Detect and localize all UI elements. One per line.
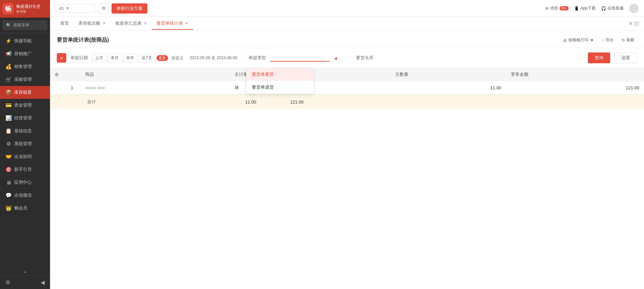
print-arrow-icon: ▼ <box>590 38 594 43</box>
cell-no: 1 <box>64 81 80 94</box>
column-settings-icon[interactable]: ⚙ <box>55 72 59 77</box>
close-all-tabs-button[interactable]: ✕ <box>628 20 633 27</box>
page-content: 要货单统计表(按商品) 🖨 按模板打印 ▼ ↑ 导出 ↻ 刷新 <box>50 30 644 289</box>
page-title: 要货单统计表(按商品) <box>57 37 109 44</box>
sidebar-item-quicknav[interactable]: ⚡ 快捷导航 <box>0 35 50 47</box>
export-button[interactable]: ↑ 导出 <box>599 36 616 44</box>
cell-settings <box>50 81 64 94</box>
company-selector[interactable]: 41 ▼ <box>55 4 96 13</box>
warehouse-more-icon[interactable]: ··· <box>577 55 581 61</box>
selector-arrow-icon: ▼ <box>65 6 70 11</box>
trial-industry-button[interactable]: 体验行业方案 <box>112 3 147 14</box>
date-range-display: 2023-05-06 至 2023-06-06 <box>190 55 237 61</box>
sidebar-item-basic[interactable]: 📋 基础信息 <box>0 125 50 137</box>
search-icon: 🔍 <box>6 23 11 28</box>
export-icon: ↑ <box>602 38 604 43</box>
query-button[interactable]: 查询 <box>588 52 610 63</box>
dropdown-item-order-goods[interactable]: 要货单要货 <box>246 68 313 81</box>
date-shortcuts: 上月 本月 本年 近7天 更多 自定义 <box>92 54 186 62</box>
cell-amount: 121.00 <box>506 81 644 94</box>
type-label: 单据类型 <box>248 55 266 61</box>
footer-quantity: 11.00 <box>216 99 256 105</box>
business-icon: 📊 <box>5 115 11 121</box>
tab-inventory-batch[interactable]: 库存批次账 ✕ <box>74 18 111 30</box>
app-title: 畅捷通好生意 标准版 <box>16 4 41 14</box>
tab-close-icon[interactable]: ✕ <box>102 21 106 26</box>
search-menu-button[interactable]: 🔍 搜索菜单 <box>3 20 47 30</box>
date-label: 单据日期 <box>70 55 88 61</box>
sidebar-header: 畅 畅捷通好生意 标准版 <box>0 0 50 18</box>
type-input[interactable] <box>270 54 330 62</box>
inventory-icon: 📦 <box>5 89 11 95</box>
sidebar-item-member[interactable]: 👑 畅会员 <box>0 202 50 215</box>
cell-goods: ■■■■ ■■■ <box>80 81 230 94</box>
topbar-left: 41 ▼ ⚙ 体验行业方案 <box>55 3 541 14</box>
col-settings[interactable]: ⚙ <box>50 68 64 81</box>
sidebar-item-inventory[interactable]: 📦 库存核算 <box>0 86 50 99</box>
collapse-button[interactable]: ◀ <box>41 279 45 286</box>
appstore-icon: 🖥 <box>5 180 11 185</box>
last-7-days-button[interactable]: 近7天 <box>139 54 155 62</box>
sidebar-search-area: 🔍 搜索菜单 <box>0 18 50 33</box>
expand-tabs-button[interactable]: ⊡ <box>634 20 639 27</box>
sidebar-item-enterprise[interactable]: 🤝 企业协同 <box>0 150 50 163</box>
tab-close-icon-active[interactable]: ✕ <box>185 21 188 26</box>
page-header: 要货单统计表(按商品) 🖨 按模板打印 ▼ ↑ 导出 ↻ 刷新 <box>50 30 644 48</box>
filter-bar: » 单据日期 上月 本月 本年 近7天 更多 自定义 2023-05-06 至 … <box>50 48 644 68</box>
member-icon: 👑 <box>5 205 11 211</box>
topbar: 41 ▼ ⚙ 体验行业方案 ✉ 消息 99+ 📱 App下载 🎧 在线客服 <box>50 0 644 17</box>
page-actions: 🖨 按模板打印 ▼ ↑ 导出 ↻ 刷新 <box>560 36 637 44</box>
sidebar-item-finance[interactable]: 💳 资金管理 <box>0 99 50 112</box>
sidebar-item-marketing[interactable]: 📢 营销推广 <box>0 47 50 60</box>
refresh-button[interactable]: ↻ 刷新 <box>619 36 637 44</box>
user-avatar[interactable] <box>629 4 639 13</box>
dropdown-item-order-return[interactable]: 要货单退货 <box>246 81 313 94</box>
sidebar-item-purchase[interactable]: 🛒 采购管理 <box>0 73 50 86</box>
type-dropdown-arrow[interactable]: ▲ <box>334 55 338 61</box>
message-button[interactable]: ✉ 消息 99+ <box>545 5 569 11</box>
tab-bar: 首页 库存批次账 ✕ 收发存汇总表 ✕ 要货单统计表 ✕ ✕ ⊡ <box>50 17 644 30</box>
sidebar-item-appstore[interactable]: 🖥 应用中心 <box>0 176 50 189</box>
footer-amount: 121.00 <box>263 99 304 105</box>
sidebar-item-business[interactable]: 📊 经营管理 <box>0 112 50 125</box>
sidebar-item-wechat[interactable]: 💬 企业微信 <box>0 189 50 202</box>
table-row: 1 ■■■■ ■■■ 块 11.00 121.00 <box>50 81 644 94</box>
sidebar-item-newbie[interactable]: 🎯 新手引导 <box>0 163 50 176</box>
last-month-button[interactable]: 上月 <box>92 54 106 62</box>
tab-home[interactable]: 首页 <box>55 18 74 30</box>
sidebar-item-system[interactable]: ⚙ 系统管理 <box>0 137 50 150</box>
online-service-button[interactable]: 🎧 在线客服 <box>601 5 624 11</box>
footer-label: 合计 <box>87 99 148 105</box>
table-settings-button[interactable]: 设置 <box>614 52 637 64</box>
sidebar-footer: ⚙ ◀ <box>0 275 50 289</box>
tab-close-icon[interactable]: ✕ <box>144 21 147 26</box>
sidebar-scroll-down[interactable]: ▲ <box>0 268 50 275</box>
data-table-container: ⚙ 商品 主计量单位 主数量 零售金额 1 ■■■■ ■■■ <box>50 68 644 94</box>
finance-icon: 💳 <box>5 102 11 108</box>
system-icon: ⚙ <box>5 141 11 147</box>
this-year-button[interactable]: 本年 <box>123 54 137 62</box>
col-amount: 零售金额 <box>506 68 644 81</box>
print-icon: 🖨 <box>563 38 567 43</box>
tab-receivable-summary[interactable]: 收发存汇总表 ✕ <box>111 18 152 30</box>
sales-icon: 💰 <box>5 64 11 70</box>
this-month-button[interactable]: 本月 <box>108 54 122 62</box>
settings-gear-button[interactable]: ⚙ <box>99 3 109 14</box>
settings-button[interactable]: ⚙ <box>5 279 10 286</box>
custom-date-button[interactable]: 自定义 <box>169 54 186 62</box>
sidebar-item-sales[interactable]: 💰 销售管理 <box>0 60 50 73</box>
tab-order-summary[interactable]: 要货单统计表 ✕ <box>152 18 193 30</box>
table-header-row: ⚙ 商品 主计量单位 主数量 零售金额 <box>50 68 644 81</box>
filter-divider <box>243 54 243 62</box>
message-icon: ✉ <box>545 6 549 11</box>
col-quantity: 主数量 <box>390 68 506 81</box>
more-date-badge[interactable]: 更多 <box>157 55 168 61</box>
col-goods: 商品 <box>80 68 230 81</box>
expand-filter-button[interactable]: » <box>57 53 66 63</box>
service-icon: 🎧 <box>601 6 606 11</box>
purchase-icon: 🛒 <box>5 76 11 83</box>
app-download-button[interactable]: 📱 App下载 <box>574 5 596 11</box>
newbie-icon: 🎯 <box>5 166 11 173</box>
print-button[interactable]: 🖨 按模板打印 ▼ <box>560 36 597 44</box>
cell-quantity: 11.00 <box>390 81 506 94</box>
